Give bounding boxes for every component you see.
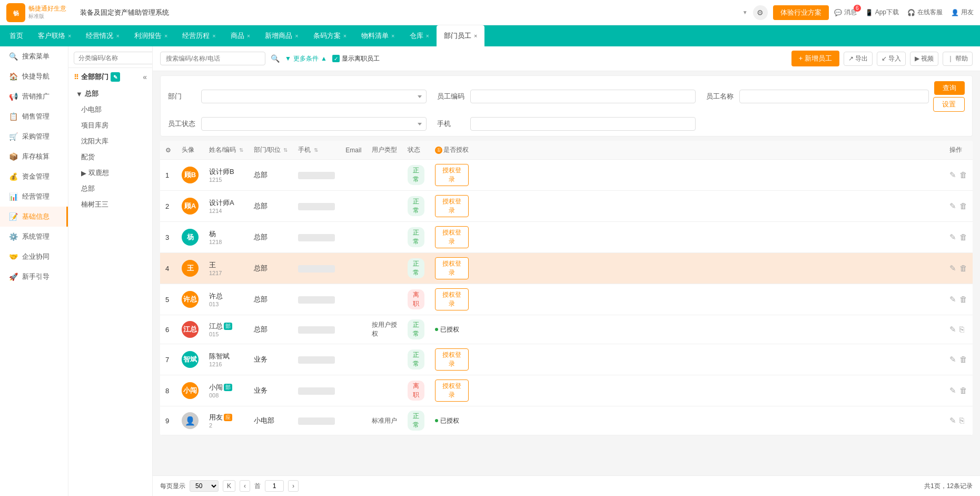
- close-icon[interactable]: ×: [212, 33, 215, 39]
- sidebar-item-inventory[interactable]: 📦 库存核算: [0, 147, 68, 167]
- edit-icon[interactable]: ✎: [949, 264, 956, 273]
- nav-tab-customer[interactable]: 客户联络 ×: [31, 25, 78, 46]
- copy-icon[interactable]: ⎘: [959, 325, 964, 334]
- sidebar-item-guide[interactable]: 🚀 新手引导: [0, 267, 68, 287]
- emp-code-input[interactable]: [470, 90, 696, 103]
- delete-icon[interactable]: 🗑: [959, 201, 967, 211]
- online-service-button[interactable]: 🎧 在线客服: [907, 8, 943, 17]
- message-button[interactable]: 💬 消息 6: [834, 8, 857, 17]
- dept-item-shuanglu[interactable]: ▶ 双鹿想: [68, 165, 152, 181]
- close-icon[interactable]: ×: [426, 33, 429, 39]
- reset-button[interactable]: 设置: [933, 97, 965, 112]
- col-phone[interactable]: 手机 ⇅: [293, 141, 340, 160]
- edit-icon[interactable]: ✎: [949, 325, 956, 334]
- nav-tab-history[interactable]: 经营历程 ×: [175, 25, 223, 46]
- app-download-button[interactable]: 📱 App下载: [865, 8, 899, 17]
- delete-icon[interactable]: 🗑: [959, 295, 967, 304]
- edit-icon[interactable]: ✎: [949, 386, 956, 395]
- system-dropdown-arrow[interactable]: ▼: [743, 9, 748, 15]
- sidebar-item-basic-info[interactable]: 📝 基础信息: [0, 207, 68, 227]
- close-icon[interactable]: ×: [116, 33, 119, 39]
- nav-tab-new-goods[interactable]: 新增商品 ×: [258, 25, 305, 46]
- sidebar-item-quick-nav[interactable]: 🏠 快捷导航: [0, 66, 68, 86]
- col-dept-position[interactable]: 部门/职位 ⇅: [249, 141, 293, 160]
- nav-tab-warehouse[interactable]: 仓库 ×: [402, 25, 437, 46]
- auth-button[interactable]: 授权登录: [435, 288, 469, 310]
- col-name-code[interactable]: 姓名/编码 ⇅: [204, 141, 249, 160]
- sidebar-item-sales[interactable]: 📋 销售管理: [0, 106, 68, 127]
- close-icon[interactable]: ×: [164, 33, 167, 39]
- auth-button[interactable]: 授权登录: [435, 348, 469, 371]
- dept-item-shenyang[interactable]: 沈阳大库: [68, 133, 152, 149]
- dept-item-headquarter2[interactable]: 总部: [68, 181, 152, 197]
- nav-tab-bom[interactable]: 物料清单 ×: [354, 25, 402, 46]
- add-employee-button[interactable]: + 新增员工: [791, 51, 839, 66]
- trial-button[interactable]: 体验行业方案: [773, 5, 829, 20]
- edit-icon[interactable]: ✎: [949, 232, 956, 242]
- close-icon[interactable]: ×: [343, 33, 347, 39]
- user-avatar-button[interactable]: 👤 用友: [951, 8, 974, 17]
- dept-item-project-warehouse[interactable]: 项目库房: [68, 118, 152, 133]
- show-resigned-checkbox[interactable]: ✓ 显示离职员工: [332, 54, 380, 63]
- auth-button[interactable]: 授权登录: [435, 226, 469, 248]
- dept-filter-select[interactable]: [201, 90, 427, 103]
- auth-button[interactable]: 授权登录: [435, 257, 469, 279]
- close-icon[interactable]: ×: [247, 33, 250, 39]
- prev-page-button[interactable]: ‹: [240, 480, 250, 492]
- delete-icon[interactable]: 🗑: [959, 232, 967, 242]
- search-button[interactable]: 🔍: [271, 54, 280, 63]
- import-button[interactable]: ↙ 导入: [877, 52, 906, 66]
- auth-button[interactable]: 授权登录: [435, 195, 469, 217]
- col-settings[interactable]: ⚙: [160, 141, 176, 160]
- sidebar-item-marketing[interactable]: 📢 营销推广: [0, 86, 68, 106]
- nav-tab-dept-staff[interactable]: 部门员工 ×: [437, 25, 484, 46]
- dept-item-distribution[interactable]: 配货: [68, 149, 152, 165]
- edit-icon[interactable]: ✎: [949, 416, 956, 425]
- settings-button[interactable]: ⚙: [753, 5, 768, 20]
- sidebar-item-system[interactable]: ⚙️ 系统管理: [0, 227, 68, 247]
- collapse-tree-button[interactable]: «: [143, 73, 147, 81]
- close-icon[interactable]: ×: [295, 33, 298, 39]
- sidebar-item-finance[interactable]: 💰 资金管理: [0, 167, 68, 187]
- export-button[interactable]: ↗ 导出: [844, 52, 873, 66]
- dept-item-nanshuwang[interactable]: 楠树王三: [68, 197, 152, 212]
- page-size-select[interactable]: 50 20 100: [190, 480, 219, 492]
- close-icon[interactable]: ×: [391, 33, 394, 39]
- edit-icon[interactable]: ✎: [949, 201, 956, 211]
- sidebar-item-collab[interactable]: 🤝 企业协同: [0, 247, 68, 267]
- copy-icon[interactable]: ⎘: [959, 416, 964, 425]
- nav-tab-home[interactable]: 首页: [2, 25, 31, 46]
- dept-search-input[interactable]: [74, 52, 153, 64]
- close-icon[interactable]: ×: [68, 33, 71, 39]
- nav-tab-barcode[interactable]: 条码方案 ×: [306, 25, 354, 46]
- edit-icon[interactable]: ✎: [949, 170, 956, 180]
- delete-icon[interactable]: 🗑: [959, 355, 967, 364]
- delete-icon[interactable]: 🗑: [959, 386, 967, 395]
- query-button[interactable]: 查询: [934, 81, 965, 95]
- nav-tab-goods[interactable]: 商品 ×: [223, 25, 258, 46]
- first-page-button[interactable]: K: [223, 480, 235, 492]
- dept-item-headquarter[interactable]: ▼ 总部: [68, 86, 152, 102]
- dept-edit-icon[interactable]: ✎: [111, 72, 120, 82]
- edit-icon[interactable]: ✎: [949, 295, 956, 304]
- delete-icon[interactable]: 🗑: [959, 170, 967, 180]
- delete-icon[interactable]: 🗑: [959, 264, 967, 273]
- dept-item-small-elec[interactable]: 小电部: [68, 102, 152, 118]
- emp-status-select[interactable]: [201, 117, 427, 131]
- sidebar-item-purchase[interactable]: 🛒 采购管理: [0, 127, 68, 147]
- more-filter-button[interactable]: ▼ 更多条件 ▲: [285, 54, 327, 63]
- auth-button[interactable]: 授权登录: [435, 380, 469, 402]
- video-button[interactable]: ▶ 视频: [910, 52, 938, 66]
- next-page-button[interactable]: ›: [288, 480, 299, 492]
- sidebar-item-search[interactable]: 🔍 搜索菜单: [0, 46, 68, 66]
- emp-name-input[interactable]: [739, 90, 929, 103]
- nav-tab-operation[interactable]: 经营情况 ×: [78, 25, 126, 46]
- search-input[interactable]: [160, 52, 265, 65]
- auth-button[interactable]: 授权登录: [435, 164, 469, 186]
- help-button[interactable]: ｜ 帮助: [943, 52, 973, 66]
- edit-icon[interactable]: ✎: [949, 355, 956, 364]
- page-number-input[interactable]: [265, 480, 284, 492]
- nav-tab-profit[interactable]: 利润报告 ×: [127, 25, 175, 46]
- close-icon[interactable]: ×: [474, 33, 477, 39]
- phone-input[interactable]: [470, 117, 696, 131]
